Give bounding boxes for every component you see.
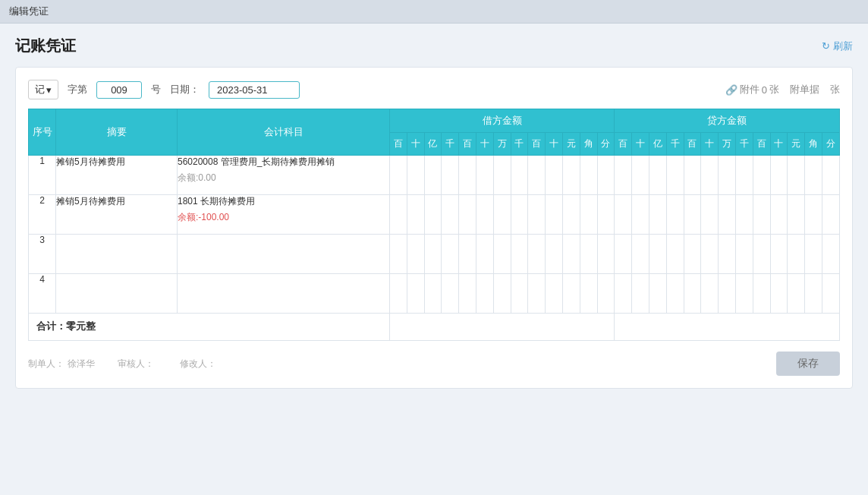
row-4-credit-7[interactable] [719,274,736,314]
voucher-number-input[interactable] [96,81,142,99]
row-2-debit-10[interactable] [546,195,563,235]
row-3-credit-12[interactable] [805,235,822,274]
row-2-debit-11[interactable] [562,195,580,235]
save-button[interactable]: 保存 [776,352,840,376]
row-2-debit-8[interactable] [511,195,528,235]
row-3-debit-12[interactable] [580,235,597,274]
row-2-debit-9[interactable] [528,195,546,235]
row-3-debit-10[interactable] [546,235,563,274]
row-3-debit-8[interactable] [511,235,528,274]
row-3-account[interactable] [178,235,390,274]
row-4-debit-8[interactable] [511,274,528,314]
row-3-credit-2[interactable] [632,235,649,274]
row-1-credit-9[interactable] [753,156,770,195]
voucher-type-btn[interactable]: 记 ▾ [28,80,58,99]
row-2-credit-10[interactable] [770,195,788,235]
row-3-debit-1[interactable] [390,235,407,274]
row-2-credit-3[interactable] [649,195,667,235]
row-4-debit-2[interactable] [407,274,424,314]
row-2-debit-12[interactable] [580,195,597,235]
row-1-account[interactable]: 56020008 管理费用_长期待摊费用摊销余额:0.00 [178,156,390,195]
row-3-debit-6[interactable] [476,235,493,274]
row-3-debit-5[interactable] [459,235,476,274]
row-2-debit-13[interactable] [597,195,615,235]
row-1-debit-5[interactable] [459,156,476,195]
row-4-credit-5[interactable] [684,274,701,314]
row-1-debit-1[interactable] [390,156,407,195]
row-1-debit-2[interactable] [407,156,424,195]
row-1-debit-4[interactable] [442,156,459,195]
row-4-credit-12[interactable] [805,274,822,314]
row-2-credit-11[interactable] [788,195,805,235]
row-2-debit-2[interactable] [407,195,424,235]
row-4-debit-5[interactable] [459,274,476,314]
row-1-debit-6[interactable] [476,156,493,195]
row-1-debit-12[interactable] [580,156,597,195]
row-3-debit-7[interactable] [493,235,511,274]
row-1-credit-1[interactable] [615,156,632,195]
row-4-debit-7[interactable] [493,274,511,314]
row-3-credit-9[interactable] [753,235,770,274]
row-4-credit-1[interactable] [615,274,632,314]
refresh-button[interactable]: ↻ 刷新 [822,39,853,53]
row-3-debit-9[interactable] [528,235,546,274]
row-1-debit-10[interactable] [546,156,563,195]
row-2-debit-4[interactable] [442,195,459,235]
row-1-credit-12[interactable] [805,156,822,195]
row-3-summary[interactable] [56,235,178,274]
row-1-debit-7[interactable] [493,156,511,195]
row-3-credit-6[interactable] [701,235,719,274]
row-4-credit-9[interactable] [753,274,770,314]
row-1-credit-6[interactable] [701,156,719,195]
row-1-summary[interactable]: 摊销5月待摊费用 [56,156,178,195]
row-2-credit-12[interactable] [805,195,822,235]
row-2-debit-1[interactable] [390,195,407,235]
row-4-debit-11[interactable] [562,274,580,314]
row-1-credit-5[interactable] [684,156,701,195]
row-3-debit-11[interactable] [562,235,580,274]
row-3-credit-8[interactable] [735,235,753,274]
row-3-debit-13[interactable] [597,235,615,274]
row-4-debit-12[interactable] [580,274,597,314]
row-3-credit-3[interactable] [649,235,667,274]
row-1-debit-3[interactable] [424,156,442,195]
row-3-credit-1[interactable] [615,235,632,274]
row-4-debit-4[interactable] [442,274,459,314]
row-1-debit-9[interactable] [528,156,546,195]
row-4-credit-4[interactable] [666,274,684,314]
row-1-debit-13[interactable] [597,156,615,195]
row-4-debit-3[interactable] [424,274,442,314]
row-4-account[interactable] [178,274,390,314]
row-1-credit-11[interactable] [788,156,805,195]
row-2-debit-7[interactable] [493,195,511,235]
row-2-debit-3[interactable] [424,195,442,235]
row-2-credit-2[interactable] [632,195,649,235]
row-3-debit-3[interactable] [424,235,442,274]
row-3-credit-13[interactable] [822,235,839,274]
row-3-credit-5[interactable] [684,235,701,274]
row-4-credit-10[interactable] [770,274,788,314]
attach-list-link[interactable]: 附单据 [790,83,819,96]
row-1-credit-4[interactable] [666,156,684,195]
row-1-credit-2[interactable] [632,156,649,195]
row-2-credit-6[interactable] [701,195,719,235]
attach-link[interactable]: 🔗 附件 0 张 [725,83,779,96]
row-2-account[interactable]: 1801 长期待摊费用余额:-100.00 [178,195,390,235]
row-3-credit-11[interactable] [788,235,805,274]
row-1-credit-10[interactable] [770,156,788,195]
row-2-credit-8[interactable] [735,195,753,235]
row-4-credit-8[interactable] [735,274,753,314]
row-2-credit-13[interactable] [822,195,839,235]
row-1-credit-7[interactable] [719,156,736,195]
row-2-debit-5[interactable] [459,195,476,235]
row-1-debit-8[interactable] [511,156,528,195]
row-4-debit-10[interactable] [546,274,563,314]
row-4-credit-11[interactable] [788,274,805,314]
row-4-credit-6[interactable] [701,274,719,314]
row-2-credit-4[interactable] [666,195,684,235]
row-4-credit-3[interactable] [649,274,667,314]
row-4-debit-6[interactable] [476,274,493,314]
row-4-credit-13[interactable] [822,274,839,314]
row-4-summary[interactable] [56,274,178,314]
row-2-summary[interactable]: 摊销5月待摊费用 [56,195,178,235]
